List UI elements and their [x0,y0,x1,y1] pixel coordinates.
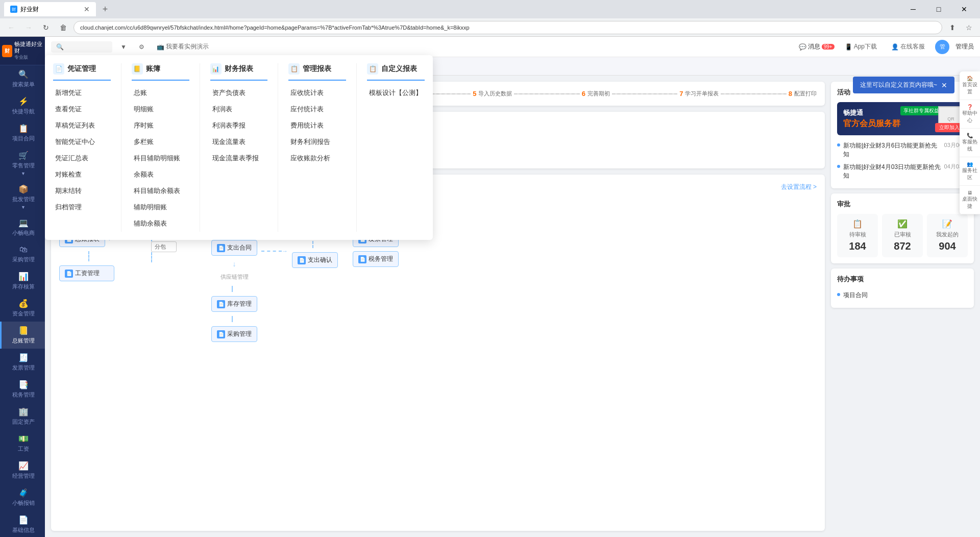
sidebar-item-marketing[interactable]: 🧳 小畅报销 [0,484,45,511]
box-purchase[interactable]: 📄 采购管理 [211,326,257,342]
menu-item-new-voucher[interactable]: 新增凭证 [53,85,111,101]
v-purchase [232,316,257,322]
user-avatar[interactable]: 管 [935,40,949,54]
menu-item-aux-detail[interactable]: 辅助明细账 [132,199,189,215]
menu-item-subject-detail[interactable]: 科目辅助明细账 [132,150,189,166]
maximize-btn[interactable]: □ [927,0,950,18]
divider-2 [200,63,200,232]
tab-close-btn[interactable]: ✕ [84,5,90,13]
sidebar-item-inventory[interactable]: 📊 库存核算 [0,267,45,295]
close-btn[interactable]: ✕ [952,0,976,18]
approval-sent[interactable]: 📝 我发起的 904 [927,214,968,257]
sidebar-item-wholesale[interactable]: 📦 批发管理 ▼ [0,180,45,214]
sidebar-label-finance: 资金管理 [12,310,35,318]
box-inventory[interactable]: 📄 库存管理 [211,296,257,312]
sidebar-item-accounting[interactable]: 📒 总账管理 [0,322,45,349]
sidebar-item-basic[interactable]: 📄 基础信息 [0,511,45,537]
online-support-btn[interactable]: 👤 在线客服 [887,40,929,53]
bookmark-btn[interactable]: ☆ [962,20,976,35]
address-input[interactable]: cloud.chanjet.com/cc/u6d89qwnryel/57bfsk… [74,21,942,34]
sidebar-item-salary[interactable]: 💵 工资 [0,430,45,457]
sidebar-item-fixed[interactable]: 🏢 固定资产 [0,403,45,430]
sidebar-item-invoice[interactable]: 🧾 发票管理 [0,349,45,376]
new-tab-btn[interactable]: + [98,2,112,16]
dropdown-btn[interactable]: ▼ [116,41,131,53]
sidebar-item-quick[interactable]: ⚡ 快捷导航 [0,92,45,119]
message-btn[interactable]: 💬 消息 99+ [799,42,835,51]
box-expense-confirm[interactable]: 📄 支出确认 [292,252,338,268]
menu-item-receivable[interactable]: 应收统计表 [288,85,346,101]
search-bar[interactable]: 🔍 [51,41,112,53]
sidebar-label-retail: 零售管理 [12,162,35,169]
menu-item-voucher-summary[interactable]: 凭证汇总表 [53,150,111,166]
right-sidebar-community[interactable]: 👥 服务社区 [960,157,980,186]
right-sidebar-help[interactable]: ❓ 帮助中心 [960,100,980,129]
menu-item-balance[interactable]: 余额表 [132,166,189,183]
sidebar-label-quick: 快捷导航 [12,108,35,115]
menu-item-balance-sheet[interactable]: 资产负债表 [210,85,268,101]
menu-item-sequence-ledger[interactable]: 序时账 [132,117,189,134]
right-sidebar-customer[interactable]: 📞 客服热线 [960,129,980,157]
help-icon: ❓ [962,104,978,110]
finance-icon: 💰 [18,299,29,308]
menu-item-profit-quarterly[interactable]: 利润表季报 [210,117,268,134]
right-sidebar-home[interactable]: 🏠 首页设置 [960,71,980,100]
menu-item-cashflow-quarterly[interactable]: 现金流量表季报 [210,150,268,166]
sidebar-item-finance[interactable]: 💰 资金管理 [0,295,45,322]
menu-item-multi-ledger[interactable]: 多栏账 [132,134,189,150]
sidebar-item-ops[interactable]: 📈 经营管理 [0,457,45,484]
browser-tab[interactable]: 财 好业财 ✕ [4,2,96,16]
todo-title: 待办事项 [837,275,968,284]
menu-item-archive[interactable]: 归档管理 [53,199,111,215]
sidebar-item-ecom[interactable]: 💻 小畅电商 [0,214,45,241]
menu-item-profit[interactable]: 利润表 [210,101,268,117]
menu-item-payable[interactable]: 应付统计表 [288,101,346,117]
box-tax-mgmt[interactable]: 📄 税务管理 [353,251,399,267]
menu-item-subject-balance[interactable]: 科目辅助余额表 [132,183,189,199]
news-dot-2 [837,165,840,168]
news-item-1[interactable]: 新功能|好业财3月6日功能更新抢先知 03月06日 [837,139,968,161]
refresh-btn[interactable]: ↻ [39,20,53,35]
settings-shortcut[interactable]: ⚙ [135,41,149,53]
box-expense-contract[interactable]: 📄 支出合同 [211,240,257,256]
approval-done[interactable]: ✅ 已审核 872 [882,214,923,257]
menu-item-aux-balance[interactable]: 辅助余额表 [132,215,189,232]
back-btn[interactable]: ← [4,20,18,35]
menu-item-detail-ledger[interactable]: 明细账 [132,101,189,117]
activity-banner[interactable]: 畅捷通 官方会员服务群 享社群专属权益 QR 立即加入 [837,102,968,135]
sidebar-item-project[interactable]: 📋 项目合同 [0,119,45,147]
menu-item-period-end[interactable]: 期末结转 [53,183,111,199]
minimize-btn[interactable]: ─ [901,0,925,18]
todo-item-1[interactable]: 项目合同 [837,289,968,302]
sidebar-item-purchase[interactable]: 🛍 采购管理 [0,241,45,267]
menu-item-fin-profit[interactable]: 财务利润报告 [288,134,346,150]
sidebar-item-search[interactable]: 🔍 搜索菜单 [0,65,45,92]
app-download-btn[interactable]: 📱 App下载 [841,40,881,53]
done-label: 已审核 [887,231,918,238]
menu-item-template[interactable]: 模板设计【公测】 [367,85,425,101]
menu-item-smart-voucher[interactable]: 智能凭证中心 [53,134,111,150]
menu-item-general-ledger[interactable]: 总账 [132,85,189,101]
approval-pending[interactable]: 📋 待审核 184 [837,214,878,257]
menu-item-ar-analysis[interactable]: 应收账款分析 [288,150,346,166]
menu-item-draft-voucher[interactable]: 草稿凭证列表 [53,117,111,134]
forward-btn[interactable]: → [21,20,36,35]
menu-item-expense[interactable]: 费用统计表 [288,117,346,134]
menu-item-cashflow[interactable]: 现金流量表 [210,134,268,150]
set-flow-link[interactable]: 去设置流程 > [781,183,817,191]
box-salary[interactable]: 📄 工资管理 [59,265,114,281]
salary-icon: 💵 [18,434,29,444]
step-line-6 [612,93,677,94]
cast-btn[interactable]: ⬆ [945,20,960,35]
menu-item-view-voucher[interactable]: 查看凭证 [53,101,111,117]
mgmt-header-icon: 📋 [288,63,300,75]
community-icon: 👥 [962,161,978,167]
news-item-2[interactable]: 新功能|好业财4月03日功能更新抢先知 04月03日 [837,161,968,182]
popup-close-btn[interactable]: ✕ [941,81,947,89]
right-sidebar-desktop[interactable]: 🖥 桌面快捷 [960,186,980,214]
sidebar-item-tax[interactable]: 📑 税务管理 [0,376,45,403]
demo-btn[interactable]: 📺 我要看实例演示 [153,40,213,53]
menu-item-reconcile[interactable]: 对账检查 [53,166,111,183]
sidebar-item-retail[interactable]: 🛒 零售管理 ▼ [0,147,45,180]
delete-btn[interactable]: 🗑 [56,20,70,35]
